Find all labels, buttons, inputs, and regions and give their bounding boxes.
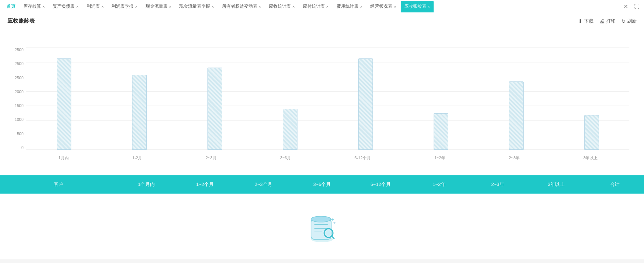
chart-area: 2500250025002000150010005000 1月内1	[0, 29, 644, 175]
empty-state	[0, 194, 644, 259]
table-header: 客户1个月内1~2个月2~3个月3~6个月6~12个月1~2年2~3年3年以上合…	[0, 175, 644, 194]
tab-equity[interactable]: 所有者权益变动表×	[218, 1, 265, 12]
empty-icon	[304, 208, 340, 245]
tab-bar: 首页 库存核算×资产负债表×利润表×利润表季报×现金流量表×现金流量表季报×所有…	[0, 0, 644, 13]
chart-bar[interactable]	[132, 75, 147, 150]
bar-group	[584, 115, 599, 150]
bar-group	[509, 81, 524, 150]
chart-y-axis: 2500250025002000150010005000	[15, 47, 26, 150]
tab-label: 经营状况表	[370, 3, 392, 9]
tab-label: 应收账龄表	[404, 3, 426, 9]
close-icon[interactable]: ×	[101, 4, 104, 9]
chart-bar[interactable]	[434, 113, 448, 150]
y-axis-label: 1500	[15, 103, 23, 108]
x-axis-label: 1~2年	[434, 155, 445, 161]
tab-label: 应付统计表	[303, 3, 325, 9]
tab-profit[interactable]: 利润表×	[83, 1, 107, 12]
x-axis-label: 6-12个月	[355, 155, 371, 161]
bar-group	[283, 109, 297, 150]
x-axis-label: 2~3月	[206, 155, 217, 161]
chart-bar[interactable]	[358, 58, 373, 150]
table-header-cell: 1个月内	[117, 181, 176, 188]
x-axis-label: 1月内	[58, 155, 68, 161]
close-icon[interactable]: ×	[169, 4, 171, 9]
download-label: 下载	[584, 18, 594, 24]
tab-ap-stats[interactable]: 应付统计表×	[299, 1, 332, 12]
tab-expense-stats[interactable]: 费用统计表×	[333, 1, 366, 12]
chart-plot: 1月内1-2月2~3月3~6月6-12个月1~2年2~3年3年以上	[26, 47, 629, 161]
refresh-button[interactable]: ↻ 刷新	[621, 18, 637, 24]
bar-group	[132, 75, 147, 150]
table-header-cell: 1~2年	[410, 181, 468, 188]
close-icon[interactable]: ×	[259, 4, 261, 9]
empty-document-icon	[304, 208, 340, 245]
minimize-button[interactable]: ✕	[622, 2, 630, 11]
tab-label: 应收统计表	[269, 3, 291, 9]
tab-ar-aging[interactable]: 应收账龄表×	[401, 1, 434, 12]
svg-point-2	[311, 216, 331, 222]
download-button[interactable]: ⬇ 下载	[578, 18, 594, 24]
chart-bar[interactable]	[207, 68, 222, 150]
tab-home[interactable]: 首页	[3, 1, 19, 12]
maximize-button[interactable]: ⛶	[633, 2, 641, 11]
tab-label: 现金流量表	[146, 3, 168, 9]
home-tab-label: 首页	[7, 3, 15, 9]
tab-ar-stats[interactable]: 应收统计表×	[265, 1, 298, 12]
tab-label: 所有者权益变动表	[222, 3, 257, 9]
close-icon[interactable]: ×	[394, 4, 396, 9]
print-icon: 🖨	[599, 18, 604, 24]
chart-bar[interactable]	[57, 58, 71, 150]
y-axis-label: 500	[17, 132, 23, 136]
tab-label: 库存核算	[23, 3, 41, 9]
chart-bars-row	[26, 47, 629, 150]
page-title: 应收账龄表	[7, 18, 35, 24]
x-axis-label: 3年以上	[583, 155, 598, 161]
close-icon[interactable]: ×	[326, 4, 329, 9]
svg-point-7	[326, 230, 331, 236]
y-axis-label: 2500	[15, 47, 23, 52]
tab-label: 利润表	[87, 3, 100, 9]
tab-cashflow-quarterly[interactable]: 现金流量表季报×	[176, 1, 217, 12]
tab-inventory[interactable]: 库存核算×	[20, 1, 48, 12]
y-axis-label: 0	[21, 145, 23, 150]
close-icon[interactable]: ×	[428, 4, 430, 9]
y-axis-label: 2000	[15, 89, 23, 94]
bar-group	[207, 68, 222, 150]
bar-group	[57, 58, 71, 150]
chart-bar[interactable]	[509, 81, 524, 150]
table-header-cell: 1~2个月	[176, 181, 234, 188]
tab-label: 现金流量表季报	[179, 3, 210, 9]
close-icon[interactable]: ×	[76, 4, 78, 9]
print-button[interactable]: 🖨 打印	[599, 18, 615, 24]
table-header-cell: 2~3个月	[234, 181, 293, 188]
y-axis-label: 1000	[15, 117, 23, 122]
page-header: 应收账龄表 ⬇ 下载 🖨 打印 ↻ 刷新	[0, 13, 644, 29]
tab-business[interactable]: 经营状况表×	[367, 1, 400, 12]
refresh-label: 刷新	[627, 18, 637, 24]
chart-bar[interactable]	[283, 109, 297, 150]
chart-x-labels: 1月内1-2月2~3月3~6月6-12个月1~2年2~3年3年以上	[26, 155, 629, 161]
print-label: 打印	[606, 18, 615, 24]
download-icon: ⬇	[578, 18, 583, 24]
close-icon[interactable]: ×	[360, 4, 362, 9]
tab-label: 利润表季报	[112, 3, 134, 9]
x-axis-label: 1-2月	[132, 155, 142, 161]
chart-bar[interactable]	[584, 115, 599, 150]
y-axis-label: 2500	[15, 76, 23, 80]
close-icon[interactable]: ×	[135, 4, 137, 9]
tab-profit-quarterly[interactable]: 利润表季报×	[108, 1, 141, 12]
tab-cashflow[interactable]: 现金流量表×	[142, 1, 175, 12]
x-axis-label: 2~3年	[509, 155, 520, 161]
table-header-cell: 2~3年	[468, 181, 527, 188]
tab-balance-sheet[interactable]: 资产负债表×	[49, 1, 82, 12]
close-icon[interactable]: ×	[292, 4, 295, 9]
tab-label: 资产负债表	[53, 3, 75, 9]
x-axis-label: 3~6月	[280, 155, 291, 161]
close-icon[interactable]: ×	[42, 4, 45, 9]
table-header-cell: 3~6个月	[293, 181, 351, 188]
bar-group	[358, 58, 373, 150]
refresh-icon: ↻	[621, 18, 626, 24]
tab-bar-actions: ✕ ⛶	[622, 2, 641, 11]
close-icon[interactable]: ×	[211, 4, 214, 9]
table-header-cell: 客户	[0, 181, 117, 188]
